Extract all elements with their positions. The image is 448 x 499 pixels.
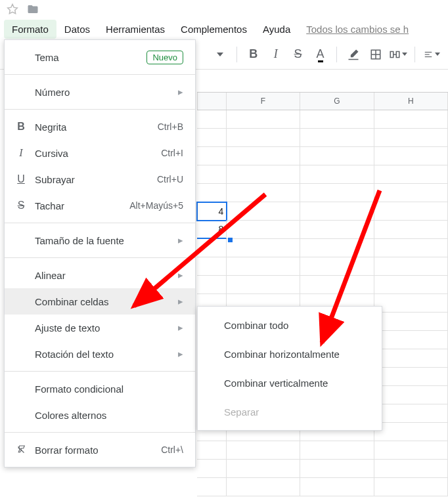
underline-icon: U	[14, 173, 28, 185]
column-header-h[interactable]: H	[374, 93, 448, 110]
svg-marker-0	[8, 5, 18, 14]
italic-icon: I	[14, 147, 28, 159]
menu-item-negrita[interactable]: B Negrita Ctrl+B	[5, 114, 195, 140]
new-badge: Nuevo	[146, 51, 183, 64]
menu-item-label: Separar	[224, 406, 370, 418]
submenu-arrow-icon: ▸	[178, 348, 183, 360]
menu-item-formato-condicional[interactable]: Formato condicional	[5, 376, 195, 402]
submenu-arrow-icon: ▸	[178, 295, 183, 307]
toolbar-separator	[414, 47, 415, 62]
shortcut-label: Ctrl+B	[158, 121, 183, 132]
menu-item-label: Combinar verticalmente	[224, 378, 370, 389]
menu-item-combinar-celdas[interactable]: Combinar celdas ▸	[5, 288, 195, 315]
submenu-combinar-horizontal[interactable]: Combinar horizontalmente	[198, 339, 382, 368]
menu-item-label: Combinar horizontalmente	[224, 349, 370, 360]
menu-complementos[interactable]: Complementos	[173, 20, 255, 39]
menu-item-label: Número	[35, 87, 171, 98]
bold-icon: B	[14, 121, 28, 133]
svg-rect-5	[396, 51, 399, 57]
menu-item-label: Combinar celdas	[35, 296, 171, 307]
submenu-arrow-icon: ▸	[178, 234, 183, 246]
menu-item-label: Formato condicional	[35, 383, 183, 395]
menu-herramientas[interactable]: Herramientas	[98, 20, 173, 39]
font-dropdown-caret-icon[interactable]	[210, 43, 230, 66]
menu-item-label: Tamaño de la fuente	[35, 235, 171, 246]
menu-item-label: Colores alternos	[35, 410, 183, 421]
menu-item-subrayar[interactable]: U Subrayar Ctrl+U	[5, 166, 195, 192]
shortcut-label: Ctrl+\	[161, 445, 183, 455]
cell-e-row2[interactable]: 8	[197, 221, 227, 239]
menu-item-label: Combinar todo	[224, 320, 370, 331]
clear-format-icon	[14, 444, 28, 456]
menu-item-label: Rotación del texto	[35, 349, 171, 360]
submenu-arrow-icon: ▸	[178, 322, 183, 334]
folder-move-icon[interactable]	[26, 3, 39, 15]
menu-item-borrar-formato[interactable]: Borrar formato Ctrl+\	[5, 437, 195, 463]
menu-item-label: Tema	[35, 52, 140, 63]
shortcut-label: Ctrl+U	[157, 174, 183, 184]
menu-item-label: Negrita	[35, 121, 151, 133]
menu-item-ajuste-texto[interactable]: Ajuste de texto ▸	[5, 315, 195, 341]
selection-handle[interactable]	[228, 238, 233, 242]
submenu-arrow-icon: ▸	[178, 269, 183, 281]
shortcut-label: Alt+Mayús+5	[129, 200, 183, 211]
cell-e-row1[interactable]: 4	[197, 202, 227, 221]
shortcut-label: Ctrl+I	[161, 148, 183, 158]
toolbar-separator	[336, 47, 337, 62]
strikethrough-icon: S	[14, 200, 28, 211]
star-outline-icon[interactable]	[7, 3, 18, 15]
format-menu-dropdown: Tema Nuevo Número ▸ B Negrita Ctrl+B I C…	[4, 39, 196, 467]
strikethrough-button[interactable]: S	[288, 43, 308, 66]
borders-button[interactable]	[366, 43, 386, 66]
horizontal-align-button[interactable]	[422, 43, 441, 66]
submenu-separar: Separar	[198, 397, 382, 426]
menu-datos[interactable]: Datos	[56, 20, 98, 39]
submenu-combinar-vertical[interactable]: Combinar verticalmente	[198, 368, 382, 397]
menu-item-label: Cursiva	[35, 148, 154, 159]
menu-item-tachar[interactable]: S Tachar Alt+Mayús+5	[5, 192, 195, 219]
save-status-link[interactable]: Todos los cambios se h	[306, 24, 409, 35]
menu-item-colores-alternos[interactable]: Colores alternos	[5, 402, 195, 428]
merge-cells-submenu: Combinar todo Combinar horizontalmente C…	[197, 306, 382, 431]
menu-item-rotacion-texto[interactable]: Rotación del texto ▸	[5, 341, 195, 367]
menu-formato[interactable]: Formato	[4, 20, 56, 39]
menu-item-label: Tachar	[35, 200, 123, 211]
menu-item-tema[interactable]: Tema Nuevo	[5, 44, 195, 70]
toolbar-separator	[236, 47, 237, 62]
menu-item-label: Borrar formato	[35, 445, 154, 456]
italic-button[interactable]: I	[266, 43, 286, 66]
menu-item-cursiva[interactable]: I Cursiva Ctrl+I	[5, 140, 195, 166]
fill-color-button[interactable]	[344, 43, 363, 66]
text-color-button[interactable]: A	[311, 43, 330, 66]
column-header-f[interactable]: F	[227, 93, 300, 110]
menu-item-alinear[interactable]: Alinear ▸	[5, 262, 195, 288]
merge-cells-button[interactable]	[388, 43, 408, 66]
menu-bar: Formato Datos Herramientas Complementos …	[0, 18, 448, 39]
menu-ayuda[interactable]: Ayuda	[255, 20, 298, 39]
column-header-g[interactable]: G	[300, 93, 374, 110]
submenu-combinar-todo[interactable]: Combinar todo	[198, 311, 382, 339]
menu-item-label: Ajuste de texto	[35, 322, 171, 334]
submenu-arrow-icon: ▸	[178, 86, 183, 98]
bold-button[interactable]: B	[244, 43, 263, 66]
svg-rect-4	[390, 51, 393, 57]
menu-item-label: Subrayar	[35, 174, 150, 185]
menu-item-tamano-fuente[interactable]: Tamaño de la fuente ▸	[5, 227, 195, 253]
menu-item-numero[interactable]: Número ▸	[5, 79, 195, 105]
menu-item-label: Alinear	[35, 270, 171, 281]
